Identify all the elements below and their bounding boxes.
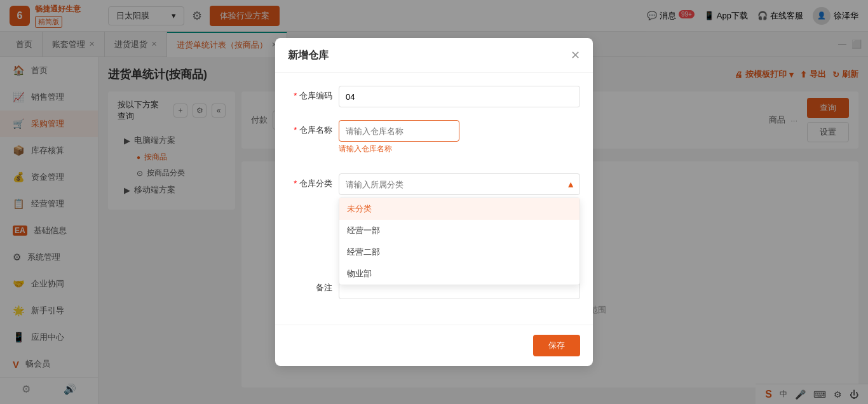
modal-close-button[interactable]: ✕ [571,48,580,62]
modal-overlay: 新增仓库 ✕ 仓库编码 仓库名称 请输入仓库名称 仓库分类 [0,0,868,404]
category-dropdown: 未分类 经营一部 经营二部 物业部 [339,198,580,285]
modal-footer: 保存 [275,325,593,366]
warehouse-name-label: 仓库名称 [288,120,339,136]
warehouse-name-field-wrap: 请输入仓库名称 [339,120,580,154]
save-button[interactable]: 保存 [533,335,580,356]
warehouse-modal: 新增仓库 ✕ 仓库编码 仓库名称 请输入仓库名称 仓库分类 [275,38,593,366]
warehouse-name-input[interactable] [339,120,459,142]
dropdown-option-uncategorized[interactable]: 未分类 [339,198,580,220]
warehouse-category-input[interactable] [339,173,580,195]
warehouse-name-row: 仓库名称 请输入仓库名称 [288,120,580,154]
warehouse-category-row: 仓库分类 ▲ 未分类 经营一部 经营二部 物业部 [288,173,580,195]
dropdown-option-property[interactable]: 物业部 [339,263,580,285]
warehouse-category-label: 仓库分类 [288,173,339,189]
category-arrow-icon[interactable]: ▲ [566,179,575,189]
dropdown-option-dept1[interactable]: 经营一部 [339,220,580,241]
modal-body: 仓库编码 仓库名称 请输入仓库名称 仓库分类 ▲ 未分类 [275,73,593,325]
modal-title: 新增仓库 [288,49,329,62]
warehouse-code-input[interactable] [339,86,580,107]
notes-label: 备注 [288,278,339,293]
warehouse-code-label: 仓库编码 [288,86,339,102]
modal-header: 新增仓库 ✕ [275,38,593,73]
warehouse-category-select-wrap: ▲ 未分类 经营一部 经营二部 物业部 [339,173,580,195]
warehouse-name-error: 请输入仓库名称 [339,144,580,154]
dropdown-option-dept2[interactable]: 经营二部 [339,241,580,263]
warehouse-code-row: 仓库编码 [288,86,580,107]
